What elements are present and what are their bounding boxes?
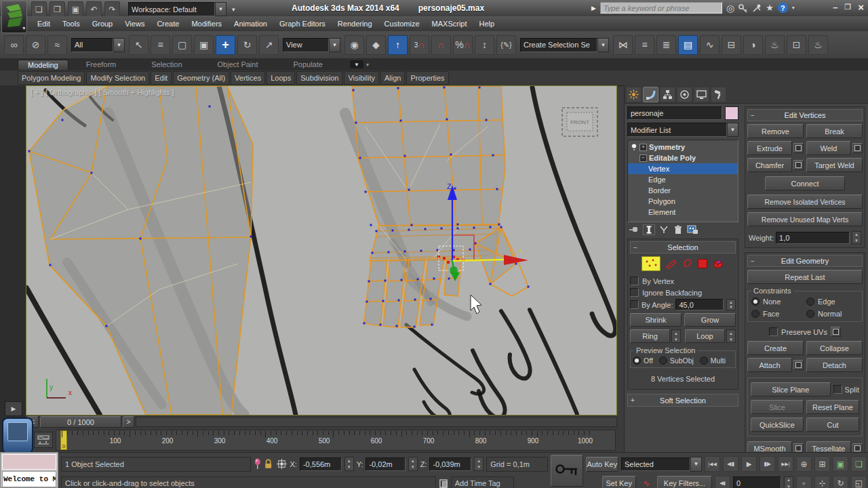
mirror-icon[interactable]: ⋈ [613,35,633,55]
menu-modifiers[interactable]: Modifiers [185,20,228,28]
show-end-result-icon[interactable] [644,225,654,235]
render-setup-icon[interactable]: ♨ [765,35,785,55]
pin-stack-icon[interactable] [629,225,639,235]
ribbon-panel-visibility[interactable]: Visibility [344,71,379,85]
expand-icon[interactable]: + [639,144,647,151]
time-slider-track[interactable] [136,417,617,427]
current-frame-field[interactable]: 0 [733,476,781,488]
tessellate-settings-icon[interactable] [852,443,863,452]
listener-macro-pane[interactable] [2,454,56,470]
x-coord-field[interactable]: -0,556m [300,458,342,471]
workspace-flyout-icon[interactable]: ▾ [232,6,235,13]
ribbon-panel-polygon-modeling[interactable]: Polygon Modeling [18,71,85,85]
ribbon-tab-selection[interactable]: Selection [134,60,199,69]
extrude-button[interactable]: Extrude [747,141,792,155]
configure-modifier-sets-icon[interactable] [687,225,698,235]
constraint-edge-radio[interactable] [806,298,814,306]
unlink-selection-icon[interactable]: ⊘ [26,35,45,55]
motion-tab-icon[interactable] [677,87,692,102]
y-coord-field[interactable]: -0,02m [366,458,405,471]
z-coord-field[interactable]: -0,039m [429,458,471,471]
selection-set-value[interactable]: Create Selection Se [520,38,597,52]
auto-key-button[interactable]: Auto Key [586,457,618,472]
key-selection-arrow[interactable]: ▼ [690,457,702,472]
connect-button[interactable]: Connect [765,176,845,190]
zoom-all-icon[interactable]: ⊞ [814,456,830,472]
key-selection-value[interactable]: Selected [621,458,690,471]
ribbon-tab-modeling[interactable]: Modeling [18,60,68,70]
listener-output-pane[interactable]: Welcome to M [2,471,56,487]
go-to-start-icon[interactable]: |◀◀ [705,456,720,472]
constraint-face-radio[interactable] [751,310,760,318]
remove-unused-map-verts-button[interactable]: Remove Unused Map Verts [747,212,863,226]
play-animation-icon[interactable]: ▶ [741,456,757,472]
viewport-label[interactable]: [ + ] [ Orthographic ] [ Smooth + Highli… [31,88,174,96]
slice-plane-button[interactable]: Slice Plane [751,382,831,396]
shrink-button[interactable]: Shrink [630,313,682,327]
ribbon-panel-properties[interactable]: Properties [406,71,448,85]
weight-field[interactable]: 1,0 [776,232,850,244]
zoom-region-icon[interactable]: ▫ [796,476,812,488]
curve-editor-icon[interactable]: ∿ [700,35,719,55]
by-angle-field[interactable]: 45,0 [675,299,724,310]
utilities-tab-icon[interactable] [711,87,726,102]
menu-animation[interactable]: Animation [228,20,273,28]
ribbon-tab-freeform[interactable]: Freeform [68,60,134,69]
menu-edit[interactable]: Edit [31,20,56,28]
spinner-snap-icon[interactable]: ↕ [475,35,494,55]
tessellate-button[interactable]: Tessellate [806,441,851,452]
next-frame-button[interactable]: > [123,416,134,428]
display-tab-icon[interactable] [694,87,709,102]
window-crossing-icon[interactable]: ▣ [194,35,214,55]
favorites-star-icon[interactable]: ★ [766,3,774,13]
help-flyout-icon[interactable]: ▾ [792,5,795,11]
constraint-normal-radio[interactable] [806,310,814,318]
binoculars-icon[interactable]: ◎ [726,3,734,14]
ribbon-panel-vertices[interactable]: Vertices [231,71,265,85]
break-button[interactable]: Break [806,124,863,138]
maximize-viewport-icon[interactable]: ◱ [851,476,867,488]
percent-snap-icon[interactable]: %∩ [453,35,473,55]
angle-snap-icon[interactable]: ∩ [431,35,451,55]
key-selection-dropdown[interactable]: Selected ▼ [621,457,702,472]
edit-geometry-header[interactable]: − Edit Geometry [747,255,863,267]
create-button[interactable]: Create [747,341,804,355]
stack-item-polygon[interactable]: Polygon [628,196,738,207]
stack-item-vertex[interactable]: Vertex [628,163,738,174]
select-and-manipulate-icon[interactable]: ◆ [366,35,386,55]
quickslice-button[interactable]: QuickSlice [751,418,804,432]
zoom-mode-icon[interactable]: ⊕ [796,456,812,472]
preview-off-radio[interactable] [633,357,641,365]
target-weld-button[interactable]: Target Weld [806,158,863,172]
modifier-list-value[interactable]: Modifier List [627,123,727,137]
soft-selection-rollout-header[interactable]: + Soft Selection [627,394,738,407]
add-time-tag[interactable]: Add Time Tag [451,476,514,488]
infocenter-flyout-icon[interactable]: ▶ [591,5,596,12]
named-selection-sets-icon[interactable]: {✎} [496,35,516,55]
msmooth-button[interactable]: MSmooth [747,441,792,452]
workspace-dropdown-arrow[interactable]: ▼ [215,2,226,16]
weight-spinner[interactable]: ▲▼ [852,231,861,244]
track-ruler[interactable]: 0 100 200 300 400 500 600 700 800 900 10… [56,430,616,451]
snap-toggle-icon[interactable]: 3∩ [410,35,429,55]
layer-manager-icon[interactable]: ≣ [656,35,676,55]
select-object-icon[interactable]: ↖ [129,35,149,55]
selection-pin-icon[interactable] [254,458,262,470]
select-by-name-icon[interactable]: ≡ [151,35,170,55]
extrude-settings-icon[interactable] [793,143,804,153]
absolute-mode-icon[interactable] [276,458,288,470]
selection-filter-arrow[interactable]: ▼ [113,38,125,52]
weld-settings-icon[interactable] [852,143,863,153]
preserve-uvs-settings-icon[interactable] [831,327,841,337]
menu-graph-editors[interactable]: Graph Editors [273,20,332,28]
new-key-filter-wave-icon[interactable]: ∿ [639,476,654,488]
menu-tools[interactable]: Tools [56,20,86,28]
remove-isolated-vertices-button[interactable]: Remove Isolated Vertices [747,195,863,209]
communication-center-icon[interactable] [752,3,762,13]
align-icon[interactable]: ≡ [635,35,654,55]
by-angle-checkbox[interactable] [630,300,639,309]
pan-view-icon[interactable]: ⊹ [814,476,830,488]
ribbon-panel-geometry-all[interactable]: Geometry (All) [173,71,229,85]
repeat-last-button[interactable]: Repeat Last [747,270,863,284]
selection-rollout-header[interactable]: − Selection [630,241,736,253]
